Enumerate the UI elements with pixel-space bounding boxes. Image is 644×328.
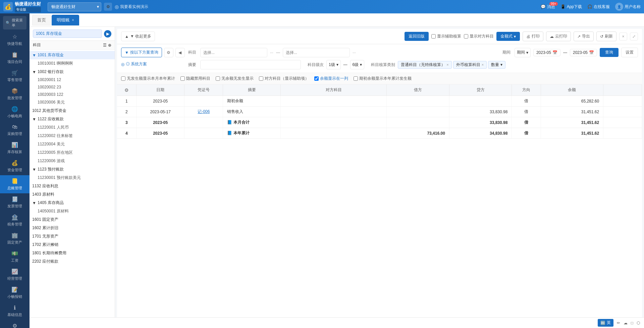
filter-settings-icon-btn[interactable]: ⚙ xyxy=(164,48,173,57)
user-profile[interactable]: 👤 用户名称 xyxy=(615,3,641,11)
tree-item-1601[interactable]: 1601 固定资产 xyxy=(30,215,115,224)
settings-icon[interactable]: ⚙ xyxy=(104,3,112,11)
online-service-action[interactable]: 🎧 在线客服 xyxy=(587,4,610,10)
tag-foreign-close[interactable]: × xyxy=(482,63,484,67)
tree-item-1012[interactable]: 1012 其他货币资金 xyxy=(30,107,115,115)
period-type-select[interactable]: 期间 ▾ xyxy=(515,48,531,57)
cb-hide-disabled[interactable]: 隐藏禁用科目 xyxy=(180,76,210,81)
app-download-action[interactable]: 📱 App下载 xyxy=(560,4,582,10)
bottom-icon-4[interactable]: ⬡ xyxy=(637,321,640,325)
cb-no-amount[interactable]: 无发生额显示本月本年累计 xyxy=(121,76,175,81)
period-end-input[interactable]: 2023-05 📅 xyxy=(570,49,597,56)
cb-balance-col-input[interactable] xyxy=(314,76,319,81)
sidebar-item-payroll[interactable]: 💵 工资 xyxy=(0,248,30,266)
sidebar-item-inventory[interactable]: 📊 库存核算 xyxy=(0,139,30,157)
sidebar-item-finance[interactable]: 💰 资金管理 xyxy=(0,157,30,175)
sidebar-item-ledger[interactable]: 📒 总账管理 xyxy=(0,175,30,193)
level-to-select[interactable]: 6级 ▾ xyxy=(350,60,365,69)
bottom-icon-1[interactable]: ✏ xyxy=(617,321,620,325)
tree-item-1123[interactable]: ▼ 1123 预付账款 xyxy=(30,165,115,174)
cb-year-amount[interactable]: 期初余额显示本年累计发生额 xyxy=(354,76,412,81)
tree-item-11220004[interactable]: 11220004 美元 xyxy=(30,140,115,148)
sidebar-item-ecommerce[interactable]: 🌐 小畅电商 xyxy=(0,103,30,121)
cb-opposite[interactable]: 对方科目（显示辅助项） xyxy=(259,76,309,81)
message-action[interactable]: 💬 消息 99+ xyxy=(541,4,555,10)
tab-close-icon[interactable]: × xyxy=(72,18,74,22)
table-settings-icon[interactable]: ⚙ xyxy=(124,87,129,93)
sidebar-item-project[interactable]: 📋 项目合同 xyxy=(0,49,30,67)
back-to-old-btn[interactable]: 返回旧版 xyxy=(405,32,429,41)
expand-filter-btn[interactable]: ▲ ▼ 收起更多 xyxy=(121,31,155,41)
tree-item-1001[interactable]: ▼ 1001 库存现金 xyxy=(30,51,115,59)
system-scheme-link[interactable]: ◎ ◎ 系统方案 xyxy=(121,60,185,68)
search-btn[interactable]: 查询 xyxy=(600,48,619,57)
tree-item-1702[interactable]: 1702 累计摊销 xyxy=(30,241,115,249)
sidebar-item-wholesale[interactable]: 📦 批发管理 xyxy=(0,85,30,103)
tab-home[interactable]: 首页 xyxy=(32,15,51,25)
show-aux-input[interactable] xyxy=(431,34,436,39)
tree-item-1602[interactable]: 1602 累计折旧 xyxy=(30,224,115,232)
tree-item-1701[interactable]: 1701 无形资产 xyxy=(30,232,115,241)
tree-item-1002[interactable]: ▼ 1002 银行存款 xyxy=(30,68,115,76)
tree-item-10020001[interactable]: 10020001 12 xyxy=(30,76,115,83)
tree-item-10020003[interactable]: 10020003 122 xyxy=(30,91,115,98)
sidebar-item-system[interactable]: ⚙ 系统管理 xyxy=(0,320,30,328)
sidebar-search[interactable]: 🔍 搜索菜单 xyxy=(3,16,26,29)
tree-item-1122[interactable]: ▼ 1122 应收账款 xyxy=(30,115,115,123)
level-from-select[interactable]: 1级 ▾ xyxy=(326,60,341,69)
sidebar-item-tax[interactable]: 🏦 税务管理 xyxy=(0,211,30,229)
tree-item-1405[interactable]: ▼ 1405 库存商品 xyxy=(30,199,115,207)
filter-collapse-btn[interactable]: ◀ xyxy=(175,48,185,57)
maximize-btn[interactable]: ⤢ xyxy=(630,32,638,41)
export-btn[interactable]: ↗ 导出 xyxy=(574,31,594,41)
sidebar-item-retail[interactable]: 🛒 零售管理 xyxy=(0,67,30,85)
tree-item-11220005[interactable]: 11220005 所在地区 xyxy=(30,148,115,157)
tree-item-11230001[interactable]: 11230001 预付账款美元 xyxy=(30,174,115,182)
cell-voucher-2[interactable]: 记-006 xyxy=(184,107,223,117)
show-opp-input[interactable] xyxy=(464,34,468,39)
sidebar-item-fixed-assets[interactable]: 🏢 固定资产 xyxy=(0,229,30,248)
tree-item-1132[interactable]: 1132 应收利息 xyxy=(30,182,115,190)
sidebar-item-operations[interactable]: 📈 经营管理 xyxy=(0,266,30,284)
print-btn[interactable]: 🖨 打印 xyxy=(523,31,543,41)
tree-list-icon[interactable]: ☰ xyxy=(103,43,107,48)
tag-ordinary-close[interactable]: × xyxy=(446,63,448,67)
tree-item-10020006[interactable]: 10020006 美元 xyxy=(30,98,115,107)
sidebar-item-quick-nav[interactable]: ☆ 快捷导航 xyxy=(0,31,30,49)
tree-expand-icon[interactable]: ⊕ xyxy=(108,43,111,48)
demo-link[interactable]: ◎ 我要看实例演示 xyxy=(115,4,148,10)
bottom-icon-3[interactable]: □ xyxy=(631,321,633,325)
tree-item-11220006[interactable]: 11220006 游戏 xyxy=(30,157,115,165)
tree-item-1403[interactable]: 1403 原材料 xyxy=(30,190,115,199)
cb-balance-col[interactable]: 余额显示在一列 xyxy=(314,76,348,81)
scheme-btn[interactable]: ▼ 按以下方案查询 xyxy=(121,48,162,57)
tree-item-10020002[interactable]: 10020002 23 xyxy=(30,83,115,91)
cloud-print-btn[interactable]: ☁ 云打印 xyxy=(546,31,571,41)
tree-item-11220002[interactable]: 11220002 往来标签 xyxy=(30,132,115,140)
voucher-link-2[interactable]: 记-006 xyxy=(198,109,210,114)
workspace-selector[interactable]: 畅捷通好生财 ▾ xyxy=(48,2,101,11)
tree-item-11220001[interactable]: 11220001 人民币 xyxy=(30,123,115,132)
cb-no-balance[interactable]: 无余额无发生显示 xyxy=(216,76,254,81)
subject-end-input[interactable] xyxy=(283,48,350,57)
summary-input[interactable] xyxy=(200,60,301,69)
period-start-input[interactable]: 2023-05 📅 xyxy=(533,49,560,56)
cb-opposite-input[interactable] xyxy=(259,76,263,81)
show-aux-checkbox[interactable]: 显示辅助核算 xyxy=(431,34,461,39)
cb-year-amount-input[interactable] xyxy=(354,76,358,81)
cb-no-amount-input[interactable] xyxy=(121,76,125,81)
lang-btn[interactable]: 🔤 英 xyxy=(598,319,613,327)
close-panel-btn[interactable]: × xyxy=(619,32,627,41)
settings-btn[interactable]: 设置 xyxy=(621,48,638,57)
sidebar-item-invoice[interactable]: 🧾 发票管理 xyxy=(0,193,30,211)
tree-item-2202[interactable]: 2202 应付账款 xyxy=(30,257,115,266)
tree-item-1801[interactable]: 1801 长期待摊费用 xyxy=(30,249,115,257)
tree-item-14050001[interactable]: 14050001 原材料 xyxy=(30,207,115,215)
subject-input[interactable] xyxy=(200,48,267,57)
cb-no-balance-input[interactable] xyxy=(216,76,220,81)
format-btn[interactable]: 金额式 ▾ xyxy=(496,32,520,41)
tree-item-10010001[interactable]: 10010001 啊啊啊啊 xyxy=(30,59,115,68)
bottom-icon-2[interactable]: ☁ xyxy=(624,321,628,325)
tab-ledger[interactable]: 明细账 × xyxy=(52,15,79,25)
sidebar-item-basic-info[interactable]: ℹ 基础信息 xyxy=(0,302,30,320)
